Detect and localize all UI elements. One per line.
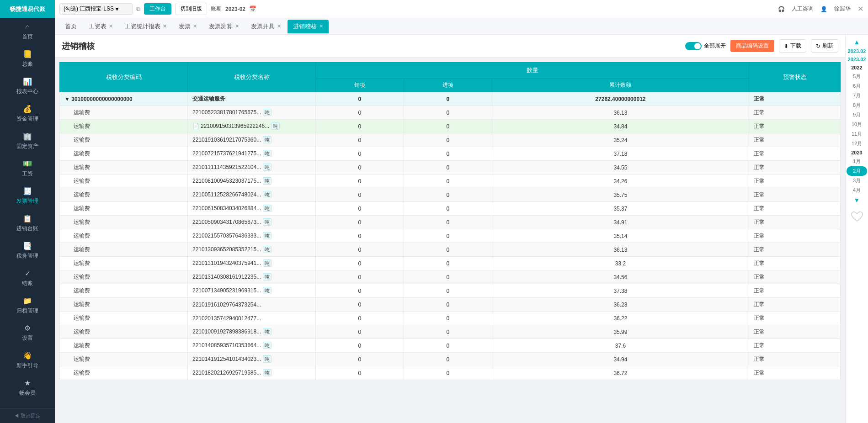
sidebar-item-guide[interactable]: 👋 新手引导 (0, 347, 55, 374)
main-area: (勾选) 江西报宝-LSS ▾ ⧉ 工作台 切到旧版 账期 2023-02 📅 … (55, 0, 868, 423)
sidebar-item-capital[interactable]: 💰 资金管理 (0, 100, 55, 127)
item-status: 正常 (749, 188, 841, 202)
tab-payroll-stats-close[interactable]: ✕ (163, 23, 167, 29)
avatar: 👤 (820, 6, 827, 12)
calendar-icon[interactable]: 📅 (249, 5, 256, 12)
item-status: 正常 (749, 353, 841, 366)
tax-icon: 📑 (23, 242, 32, 250)
timeline-8m[interactable]: 8月 (847, 100, 867, 110)
sidebar-item-member[interactable]: ★ 畅会员 (0, 374, 55, 402)
timeline-1m[interactable]: 1月 (847, 157, 867, 166)
archive-icon: 📁 (23, 296, 32, 305)
timeline-period-1[interactable]: 2023.02 (847, 47, 867, 55)
timeline-12m[interactable]: 12月 (847, 139, 867, 148)
sidebar-item-payroll[interactable]: 💵 工资 (0, 155, 55, 182)
item-status: 正常 (749, 325, 841, 339)
sidebar-item-purchase[interactable]: 📋 进销台账 (0, 210, 55, 237)
item-total: 34.84 (492, 120, 749, 133)
settings-button[interactable]: 商品编码设置 (730, 40, 774, 52)
timeline-5m[interactable]: 5月 (847, 72, 867, 81)
tab-payroll-stats-label: 工资统计报表 (125, 22, 160, 31)
sidebar-item-label: 资金管理 (16, 115, 38, 123)
heart-icon (850, 210, 864, 223)
tab-invoice[interactable]: 发票 ✕ (173, 20, 202, 33)
sidebar-item-checkout[interactable]: ✓ 结账 (0, 264, 55, 292)
group-code: ▼ 30100000000000000000 (60, 92, 188, 106)
item-sales: 0 (316, 298, 404, 312)
assets-icon: 🏢 (23, 132, 32, 141)
timeline-period-2[interactable]: 2023.02 (847, 55, 867, 63)
timeline-nav-up[interactable]: ▲ (852, 37, 862, 47)
capital-icon: 💰 (23, 105, 32, 113)
sidebar-item-archive[interactable]: 📁 归档管理 (0, 292, 55, 319)
table-row: 运输费 221014085935710353664...吨 0 0 37.6 正… (60, 339, 841, 353)
service-icon: 🎧 (778, 6, 785, 12)
timeline-4m[interactable]: 4月 (847, 185, 867, 195)
item-code: 221007215737621941275...吨 (188, 147, 316, 161)
item-status: 正常 (749, 229, 841, 243)
timeline-9m[interactable]: 9月 (847, 110, 867, 120)
timeline-11m[interactable]: 11月 (847, 129, 867, 139)
item-total: 36.13 (492, 106, 749, 120)
workspace-button[interactable]: 工作台 (144, 3, 171, 15)
item-status: 正常 (749, 174, 841, 188)
sidebar: 畅捷通易代账 ⌂ 首页 📒 总账 📊 报表中心 💰 资金管理 🏢 固定资产 💵 … (0, 0, 55, 423)
tab-purchase-verify[interactable]: 进销稽核 ✕ (288, 20, 329, 33)
close-button[interactable]: ✕ (857, 5, 863, 13)
sidebar-item-invoice[interactable]: 🧾 发票管理 (0, 182, 55, 210)
sidebar-item-tax[interactable]: 📑 税务管理 (0, 237, 55, 264)
sidebar-item-label: 设置 (22, 334, 33, 342)
tab-home[interactable]: 首页 (59, 20, 82, 33)
refresh-button[interactable]: ↻ 刷新 (811, 39, 838, 53)
tab-invoice-open[interactable]: 发票开具 ✕ (245, 20, 287, 33)
chevron-down-icon: ▾ (116, 6, 118, 12)
item-code: 221018202126925719585...吨 (188, 366, 316, 380)
table-row: 运输费 221011111435921522104...吨 0 0 34.55 … (60, 161, 841, 174)
item-sales: 0 (316, 161, 404, 174)
timeline-nav-down[interactable]: ▼ (852, 195, 862, 205)
timeline-7m[interactable]: 7月 (847, 91, 867, 100)
sidebar-item-reports[interactable]: 📊 报表中心 (0, 73, 55, 100)
item-sales: 0 (316, 106, 404, 120)
item-status: 正常 (749, 312, 841, 325)
sidebar-item-assets[interactable]: 🏢 固定资产 (0, 127, 55, 155)
sidebar-item-label: 畅会员 (19, 389, 36, 397)
tab-payroll[interactable]: 工资表 ✕ (83, 20, 118, 33)
timeline-2m-active[interactable]: 2月 (847, 166, 867, 176)
sidebar-item-settings[interactable]: ⚙ 设置 (0, 319, 55, 347)
tabbar: 首页 工资表 ✕ 工资统计报表 ✕ 发票 ✕ 发票测算 ✕ 发票开具 ✕ 进销稽… (55, 18, 868, 35)
tab-purchase-verify-close[interactable]: ✕ (319, 23, 323, 29)
tab-invoice-close[interactable]: ✕ (193, 23, 197, 29)
item-sales: 0 (316, 257, 404, 270)
item-code: 221011111435921522104...吨 (188, 161, 316, 174)
tab-payroll-stats[interactable]: 工资统计报表 ✕ (119, 20, 172, 33)
item-total: 35.75 (492, 188, 749, 202)
item-purchase: 0 (404, 353, 492, 366)
expand-toggle[interactable] (685, 42, 702, 50)
tab-invoice-calc-close[interactable]: ✕ (235, 23, 239, 29)
switch-version-button[interactable]: 切到旧版 (175, 3, 207, 15)
timeline-6m[interactable]: 6月 (847, 81, 867, 91)
sidebar-item-home[interactable]: ⌂ 首页 (0, 18, 55, 45)
item-total: 37.38 (492, 284, 749, 298)
sidebar-item-ledger[interactable]: 📒 总账 (0, 45, 55, 73)
timeline-3m[interactable]: 3月 (847, 176, 867, 185)
ledger-icon: 📒 (23, 50, 32, 58)
tab-invoice-open-close[interactable]: ✕ (277, 23, 281, 29)
tab-invoice-calc[interactable]: 发票测算 ✕ (203, 20, 245, 33)
timeline-10m[interactable]: 10月 (847, 120, 867, 129)
topbar: (勾选) 江西报宝-LSS ▾ ⧉ 工作台 切到旧版 账期 2023-02 📅 … (55, 0, 868, 18)
download-button[interactable]: ⬇ 下载 (779, 39, 806, 53)
item-purchase: 0 (404, 270, 492, 284)
unpin-button[interactable]: ◀ 取消固定 (0, 408, 55, 423)
item-code: 221002155703576436333...吨 (188, 229, 316, 243)
service-label[interactable]: 人工咨询 (792, 5, 814, 13)
item-sales: 0 (316, 339, 404, 353)
home-icon: ⌂ (25, 23, 30, 31)
col-tax-code-header: 税收分类编码 (60, 63, 188, 92)
tab-payroll-close[interactable]: ✕ (109, 23, 113, 29)
item-total: 35.37 (492, 202, 749, 216)
item-code: 221019161029764373254... (188, 298, 316, 312)
company-selector[interactable]: (勾选) 江西报宝-LSS ▾ (59, 3, 133, 15)
copy-icon[interactable]: ⧉ (136, 5, 140, 13)
